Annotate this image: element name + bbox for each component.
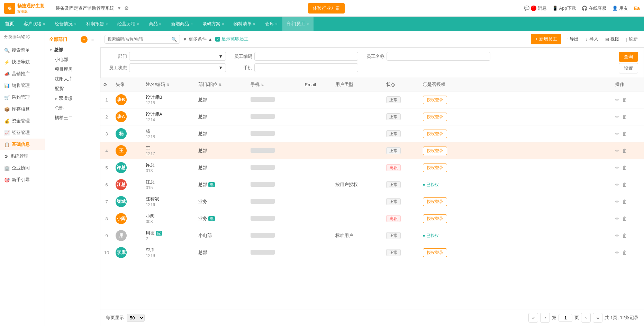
tab-customer[interactable]: 客户联络 × xyxy=(19,17,50,31)
close-icon[interactable]: × xyxy=(253,22,255,26)
auth-button[interactable]: 授权登录 xyxy=(423,147,447,155)
delete-icon[interactable]: 🗑 xyxy=(622,97,627,103)
dept-item-distribution[interactable]: 配货 xyxy=(45,84,100,94)
auth-button[interactable]: 授权登录 xyxy=(423,164,447,172)
dept-item-small-electric[interactable]: 小电部 xyxy=(45,55,100,64)
show-leave-checkbox[interactable]: ✓ 显示离职员工 xyxy=(215,36,248,42)
search-input[interactable] xyxy=(108,37,170,42)
sidebar-item-search[interactable]: 🔍 搜索菜单 xyxy=(0,44,45,56)
dept-item-double[interactable]: ▶ 双虚想 xyxy=(45,94,100,103)
last-page-btn[interactable]: » xyxy=(593,313,602,323)
user-avatar[interactable]: 👤 用友 xyxy=(612,5,628,11)
sidebar-item-sales[interactable]: 📊 销售管理 xyxy=(0,80,45,91)
per-page-select[interactable]: 50 20 100 xyxy=(127,314,145,322)
close-icon[interactable]: × xyxy=(106,22,108,26)
close-icon[interactable]: × xyxy=(222,22,224,26)
close-icon[interactable]: × xyxy=(307,22,309,26)
sort-dept-icon[interactable]: ⇅ xyxy=(219,83,221,87)
sidebar-item-stock[interactable]: 📦 库存核算 xyxy=(0,103,45,115)
next-page-btn[interactable]: › xyxy=(581,313,591,323)
message-btn[interactable]: 💬 5 消息 xyxy=(524,5,547,11)
import-button[interactable]: ↓ 导入 xyxy=(583,35,600,44)
close-icon[interactable]: × xyxy=(137,22,139,26)
edit-icon[interactable]: ✏ xyxy=(615,148,619,153)
sidebar-item-purchase[interactable]: 🛒 采购管理 xyxy=(0,91,45,103)
dept-item-orange[interactable]: 橘柚王二 xyxy=(45,113,100,123)
delete-icon[interactable]: 🗑 xyxy=(622,233,627,238)
delete-icon[interactable]: 🗑 xyxy=(622,199,627,204)
edit-icon[interactable]: ✏ xyxy=(615,199,619,204)
close-icon[interactable]: × xyxy=(74,22,76,26)
sidebar-item-marketing[interactable]: 📣 营销推广 xyxy=(0,68,45,80)
th-auth[interactable]: ⓘ是否授权 xyxy=(420,78,474,91)
edit-icon[interactable]: ✏ xyxy=(615,131,619,136)
tab-warehouse[interactable]: 仓库 × xyxy=(260,17,282,31)
auth-button[interactable]: 授权登录 xyxy=(423,214,447,223)
th-dept[interactable]: 部门/职位 ⇅ xyxy=(196,78,248,91)
edit-icon[interactable]: ✏ xyxy=(615,114,619,120)
online-service-btn[interactable]: 🎧 在线客服 xyxy=(582,5,607,11)
tab-profit[interactable]: 利润报告 × xyxy=(81,17,112,31)
sidebar-item-system[interactable]: ⚙ 系统管理 xyxy=(0,150,45,162)
th-settings[interactable]: ⚙ xyxy=(100,78,113,91)
view-button[interactable]: ⊞ 视图 xyxy=(603,35,622,44)
filter-status-select[interactable]: ▼ xyxy=(129,63,226,72)
tab-employee[interactable]: 部门员工 × xyxy=(282,17,314,31)
export-button[interactable]: ↑ 导出 xyxy=(564,35,581,44)
delete-icon[interactable]: 🗑 xyxy=(622,148,627,153)
dept-item-shenyang[interactable]: 沈阳大库 xyxy=(45,74,100,84)
filter-emp-code-input[interactable] xyxy=(254,52,358,61)
auth-button[interactable]: 授权登录 xyxy=(423,130,447,138)
close-icon[interactable]: × xyxy=(190,22,192,26)
more-button[interactable]: | 刷新 xyxy=(624,35,640,44)
tab-home[interactable]: 首页 xyxy=(0,17,19,31)
tab-bom[interactable]: 物料清单 × xyxy=(229,17,260,31)
search-icon[interactable]: 🔍 xyxy=(171,37,177,42)
sort-phone-icon[interactable]: ⇅ xyxy=(261,83,264,87)
tab-barcode[interactable]: 条码方案 × xyxy=(198,17,229,31)
reset-button[interactable]: 设置 xyxy=(619,63,638,73)
auth-button[interactable]: 授权登录 xyxy=(423,197,447,206)
tab-history[interactable]: 经营历程 × xyxy=(112,17,144,31)
close-icon[interactable]: × xyxy=(159,22,161,26)
close-icon[interactable]: × xyxy=(43,22,45,26)
sidebar-item-basic[interactable]: 📋 基础信息 xyxy=(0,139,45,150)
more-filter-btn[interactable]: ▼ 更多条件 ▲ xyxy=(183,36,212,42)
th-name[interactable]: 姓名/编码 ⇅ xyxy=(143,78,195,91)
delete-icon[interactable]: 🗑 xyxy=(622,165,627,170)
th-phone[interactable]: 手机 ⇅ xyxy=(248,78,302,91)
sidebar-item-finance[interactable]: 💰 资金管理 xyxy=(0,115,45,127)
dropdown-arrow-icon[interactable]: ▼ xyxy=(117,6,121,11)
edit-icon[interactable]: ✏ xyxy=(615,250,619,255)
delete-icon[interactable]: 🗑 xyxy=(622,216,627,221)
sort-name-icon[interactable]: ⇅ xyxy=(166,83,169,87)
filter-dept-select[interactable]: ▼ xyxy=(129,52,226,61)
delete-icon[interactable]: 🗑 xyxy=(622,250,627,255)
sidebar-search-input[interactable] xyxy=(4,34,45,39)
sidebar-item-operation[interactable]: 📈 经营管理 xyxy=(0,127,45,139)
dept-add-icon[interactable]: + xyxy=(81,36,88,43)
edit-icon[interactable]: ✏ xyxy=(615,97,619,103)
dept-collapse-icon[interactable]: « xyxy=(89,36,96,43)
first-page-btn[interactable]: « xyxy=(528,313,538,323)
query-button[interactable]: 查询 xyxy=(619,52,638,62)
close-icon[interactable]: × xyxy=(275,22,278,26)
sidebar-item-guide[interactable]: 🎯 新手引导 xyxy=(0,174,45,186)
auth-button[interactable]: 授权登录 xyxy=(423,96,447,104)
tab-goods[interactable]: 商品 × xyxy=(144,17,166,31)
dept-item-project[interactable]: 项目库房 xyxy=(45,64,100,74)
sidebar-item-nav[interactable]: ⚡ 快捷导航 xyxy=(0,56,45,68)
edit-icon[interactable]: ✏ xyxy=(615,216,619,221)
auth-button[interactable]: 授权登录 xyxy=(423,113,447,121)
edit-icon[interactable]: ✏ xyxy=(615,182,619,187)
delete-icon[interactable]: 🗑 xyxy=(622,131,627,136)
dept-item-head[interactable]: 总部 xyxy=(45,103,100,113)
filter-phone-input[interactable] xyxy=(254,63,358,72)
filter-emp-name-input[interactable] xyxy=(387,52,490,61)
settings-icon[interactable]: ⚙ xyxy=(124,5,129,11)
trial-button[interactable]: 体验行业方案 xyxy=(308,3,345,14)
add-employee-button[interactable]: + 新增员工 xyxy=(531,34,561,44)
page-number-input[interactable] xyxy=(559,314,572,322)
auth-button[interactable]: 授权登录 xyxy=(423,248,447,257)
prev-page-btn[interactable]: ‹ xyxy=(540,313,550,323)
